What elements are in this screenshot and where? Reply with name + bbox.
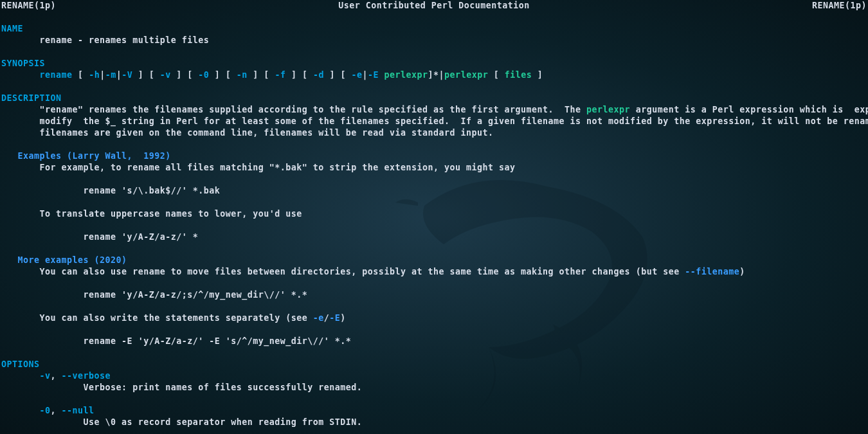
options-heading: OPTIONS: [1, 359, 867, 370]
examples-2020-heading: More examples (2020): [1, 255, 867, 266]
header-left: RENAME(1p): [1, 0, 56, 12]
ex2-l2: rename 'y/A-Z/a-z/;s/^/my_new_dir\//' *.…: [1, 289, 867, 301]
synopsis-line: rename [ -h|-m|-V ] [ -v ] [ -0 ] [ -n ]…: [1, 69, 867, 81]
synopsis-heading: SYNOPSIS: [1, 58, 867, 69]
desc-p3: filenames are given on the command line,…: [1, 127, 867, 139]
description-heading: DESCRIPTION: [1, 93, 867, 104]
header-right: RENAME(1p): [812, 0, 867, 12]
opt-null: -0, --null: [1, 405, 867, 417]
opt-verbose: -v, --verbose: [1, 370, 867, 382]
ex1-l1: For example, to rename all files matchin…: [1, 162, 867, 174]
man-header: RENAME(1p) User Contributed Perl Documen…: [1, 0, 867, 12]
ex1-l3: To translate uppercase names to lower, y…: [1, 208, 867, 220]
opt-null-desc: Use \0 as record separator when reading …: [1, 417, 867, 428]
examples-1992-heading: Examples (Larry Wall, 1992): [1, 150, 867, 162]
ex2-l3: You can also write the statements separa…: [1, 312, 867, 324]
desc-p2: modify the $_ string in Perl for at leas…: [1, 116, 867, 127]
opt-verbose-desc: Verbose: print names of files successful…: [1, 382, 867, 393]
desc-p1: "rename" renames the filenames supplied …: [1, 104, 867, 116]
name-body: rename - renames multiple files: [1, 35, 867, 46]
name-heading: NAME: [1, 23, 867, 35]
man-page: RENAME(1p) User Contributed Perl Documen…: [0, 0, 868, 428]
ex2-l1: You can also use rename to move files be…: [1, 266, 867, 278]
ex1-l4: rename 'y/A-Z/a-z/' *: [1, 231, 867, 243]
ex2-l4: rename -E 'y/A-Z/a-z/' -E 's/^/my_new_di…: [1, 336, 867, 347]
ex1-l2: rename 's/\.bak$//' *.bak: [1, 185, 867, 197]
header-center: User Contributed Perl Documentation: [338, 0, 530, 12]
